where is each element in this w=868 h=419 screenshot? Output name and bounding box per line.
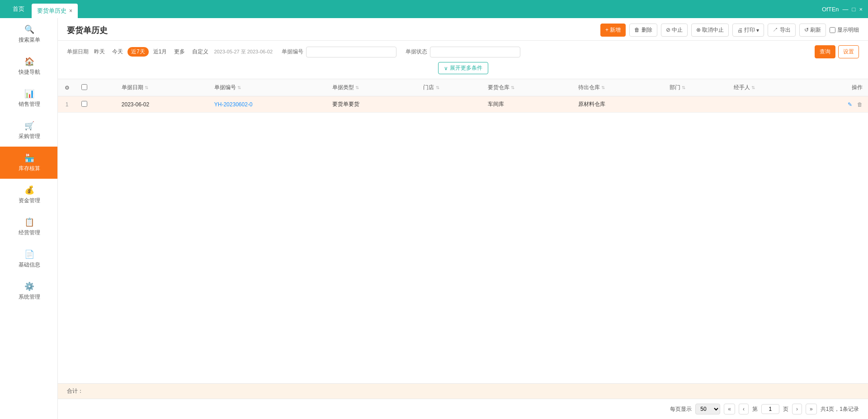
table-header-row: ⚙ 单据日期 ⇅ 单据编号 ⇅ 单据类型	[58, 79, 868, 96]
date-btn-more[interactable]: 更多	[171, 47, 188, 57]
finance-mgmt-icon: 💰	[24, 185, 34, 195]
top-bar-brand: OfTEn	[822, 6, 839, 13]
sidebar-item-quick-nav[interactable]: 🏠 快捷导航	[0, 50, 57, 82]
th-action: 操作	[806, 79, 868, 96]
window-minimize-icon[interactable]: —	[843, 6, 849, 13]
td-dept	[664, 96, 728, 113]
td-pending-warehouse: 原材料仓库	[573, 96, 664, 113]
content-area: 要货单历史 + 新增 🗑 删除 ⊘ 中止 ⊗ 取消中止 🖨 🖨 打印 打印 ▾ …	[58, 18, 868, 419]
filter-group-status: 单据状态	[406, 47, 520, 57]
main-area: 🔍 搜索菜单 🏠 快捷导航 📊 销售管理 🛒 采购管理 🏪 库存核算 💰	[0, 18, 868, 419]
new-button[interactable]: + 新增	[600, 24, 626, 37]
print-button[interactable]: 🖨 🖨 打印 打印 ▾	[732, 24, 764, 37]
sidebar-item-finance-mgmt[interactable]: 💰 资金管理	[0, 179, 57, 211]
app-container: 首页 要货单历史 × OfTEn — □ × 🔍 搜索菜单 🏠 快捷导航	[0, 0, 868, 419]
td-checkbox	[76, 96, 116, 113]
date-btn-today[interactable]: 今天	[109, 47, 126, 57]
next-group-button[interactable]: »	[806, 404, 817, 414]
page-header-row: 要货单历史 + 新增 🗑 删除 ⊘ 中止 ⊗ 取消中止 🖨 🖨 打印 打印 ▾ …	[58, 18, 868, 41]
sort-pending-warehouse-icon[interactable]: ⇅	[601, 85, 605, 90]
select-all-checkbox[interactable]	[81, 84, 87, 90]
td-no: 1	[58, 96, 76, 113]
date-btn-7days[interactable]: 近7天	[127, 47, 149, 57]
page-size-select[interactable]: 50 100	[695, 404, 720, 414]
row-delete-icon[interactable]: 🗑	[857, 101, 863, 108]
filter-row-2: ∨ 展开更多条件	[67, 62, 859, 74]
date-btn-yesterday[interactable]: 昨天	[91, 47, 108, 57]
doc-no-link[interactable]: YH-20230602-0	[214, 101, 253, 108]
stop-button[interactable]: ⊘ 中止	[661, 24, 688, 37]
docno-filter-label: 单据编号	[282, 48, 303, 56]
cancel-stop-button[interactable]: ⊗ 取消中止	[691, 24, 729, 37]
settings-button[interactable]: 设置	[838, 45, 859, 58]
page-label-post: 页	[783, 405, 788, 413]
prev-group-button[interactable]: «	[724, 404, 735, 414]
inventory-icon: 🏪	[24, 153, 34, 163]
row-edit-icon[interactable]: ✎	[848, 101, 852, 108]
sidebar-item-sys-mgmt[interactable]: ⚙️ 系统管理	[0, 275, 57, 307]
tab-active[interactable]: 要货单历史 ×	[32, 4, 78, 18]
sidebar-item-label: 快捷导航	[19, 68, 40, 76]
filter-bar: 单据日期 昨天 今天 近7天 近1月 更多 自定义 2023-05-27 至 2…	[58, 41, 868, 79]
active-tab-label: 要货单历史	[37, 7, 66, 15]
display-detail-checkbox[interactable]	[830, 27, 835, 33]
th-dept: 部门 ⇅	[664, 79, 728, 96]
sidebar-item-label: 系统管理	[19, 293, 40, 301]
th-handler: 经手人 ⇅	[728, 79, 806, 96]
close-tab-icon[interactable]: ×	[69, 8, 72, 14]
total-label: 合计：	[67, 387, 83, 395]
sort-req-warehouse-icon[interactable]: ⇅	[511, 85, 514, 90]
query-button[interactable]: 查询	[815, 45, 835, 58]
sort-doc-date-icon[interactable]: ⇅	[145, 85, 148, 90]
page-label-pre: 第	[752, 405, 758, 413]
top-bar: 首页 要货单历史 × OfTEn — □ ×	[0, 0, 868, 18]
expand-icon: ∨	[444, 65, 448, 71]
sidebar-item-ops-mgmt[interactable]: 📋 经营管理	[0, 211, 57, 243]
sort-doc-no-icon[interactable]: ⇅	[237, 85, 241, 90]
date-btn-1month[interactable]: 近1月	[151, 47, 170, 57]
filter-row-1: 单据日期 昨天 今天 近7天 近1月 更多 自定义 2023-05-27 至 2…	[67, 45, 859, 58]
basic-info-icon: 📄	[24, 249, 34, 259]
refresh-button[interactable]: ↺ 刷新	[799, 24, 826, 37]
pagination: 每页显示 50 100 « ‹ 第 页 › » 共1页，1条记录	[58, 399, 868, 419]
th-pending-warehouse: 待出仓库 ⇅	[573, 79, 664, 96]
sort-handler-icon[interactable]: ⇅	[751, 85, 755, 90]
sidebar-item-search-menu[interactable]: 🔍 搜索菜单	[0, 18, 57, 50]
th-store: 门店 ⇅	[418, 79, 482, 96]
sort-store-icon[interactable]: ⇅	[436, 85, 439, 90]
sidebar-item-inventory[interactable]: 🏪 库存核算	[0, 147, 57, 179]
delete-button[interactable]: 🗑 删除	[629, 24, 657, 37]
row-checkbox[interactable]	[81, 101, 87, 107]
prev-page-button[interactable]: ‹	[739, 404, 749, 414]
th-settings[interactable]: ⚙	[58, 79, 76, 96]
top-bar-right: OfTEn — □ ×	[822, 6, 863, 13]
sort-doc-type-icon[interactable]: ⇅	[355, 85, 359, 90]
next-page-button[interactable]: ›	[792, 404, 802, 414]
td-doc-type: 要货单要货	[327, 96, 418, 113]
sidebar-item-label: 经营管理	[19, 229, 40, 237]
table-body: 1 2023-06-02 YH-20230602-0 要货单要货 车间库 原材料…	[58, 96, 868, 113]
expand-label: 展开更多条件	[450, 64, 482, 72]
window-maximize-icon[interactable]: □	[852, 6, 856, 13]
sidebar-item-sales-mgmt[interactable]: 📊 销售管理	[0, 82, 57, 114]
table-area: ⚙ 单据日期 ⇅ 单据编号 ⇅ 单据类型	[58, 79, 868, 383]
total-info: 共1页，1条记录	[821, 405, 859, 413]
date-filter-buttons: 昨天 今天 近7天 近1月 更多 自定义	[91, 47, 211, 57]
sidebar-item-purchase-mgmt[interactable]: 🛒 采购管理	[0, 114, 57, 147]
export-button[interactable]: ↗ 导出	[768, 24, 795, 37]
quick-nav-icon: 🏠	[24, 57, 34, 67]
docno-filter-input[interactable]	[306, 47, 396, 57]
tab-home[interactable]: 首页	[5, 0, 32, 18]
status-filter-select[interactable]	[430, 47, 520, 57]
display-detail-toggle[interactable]: 显示明细	[830, 26, 859, 34]
print-dropdown-icon[interactable]: ▾	[756, 27, 759, 33]
date-range-display: 2023-05-27 至 2023-06-02	[214, 48, 273, 55]
td-store	[418, 96, 482, 113]
sidebar-item-basic-info[interactable]: 📄 基础信息	[0, 243, 57, 275]
page-number-input[interactable]	[761, 404, 779, 414]
window-close-icon[interactable]: ×	[859, 6, 863, 13]
sales-mgmt-icon: 📊	[24, 89, 34, 99]
sort-dept-icon[interactable]: ⇅	[682, 85, 685, 90]
date-btn-custom[interactable]: 自定义	[189, 47, 211, 57]
expand-filter-button[interactable]: ∨ 展开更多条件	[438, 62, 488, 74]
